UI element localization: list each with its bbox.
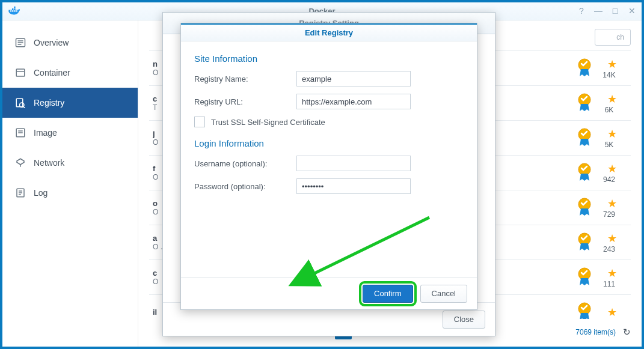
star-icon: ★6K xyxy=(597,93,627,114)
items-count: 7069 item(s) xyxy=(575,328,616,336)
refresh-icon[interactable]: ↻ xyxy=(623,327,631,338)
sidebar-item-image[interactable]: Image xyxy=(2,118,138,148)
verified-badge-icon xyxy=(577,232,592,253)
edit-registry-dialog: Edit Registry Site Information Registry … xyxy=(180,23,477,310)
sidebar-item-label: Overview xyxy=(34,38,69,47)
sidebar-item-label: Log xyxy=(34,188,48,198)
overview-icon xyxy=(14,37,26,49)
star-count: 5K xyxy=(597,141,621,149)
star-icon: ★5K xyxy=(597,127,627,149)
field-label: Password (optional): xyxy=(194,182,296,191)
network-icon xyxy=(14,157,26,169)
verified-badge-icon xyxy=(577,58,592,79)
sidebar-item-label: Registry xyxy=(34,98,64,108)
star-icon: ★942 xyxy=(597,162,627,184)
trust-ssl-checkbox[interactable] xyxy=(194,117,205,127)
sidebar-item-label: Container xyxy=(34,68,70,77)
sidebar-item-log[interactable]: Log xyxy=(2,178,138,208)
sidebar-item-overview[interactable]: Overview xyxy=(2,28,138,58)
confirm-button[interactable]: Confirm xyxy=(363,285,413,303)
star-count: 942 xyxy=(597,175,621,184)
registry-url-input[interactable] xyxy=(296,94,411,109)
verified-badge-icon xyxy=(577,93,592,114)
password-input[interactable] xyxy=(296,178,411,194)
close-window-icon[interactable]: ✕ xyxy=(626,5,638,17)
container-icon xyxy=(14,67,26,79)
verified-badge-icon xyxy=(577,128,592,148)
section-heading: Site Information xyxy=(194,53,464,64)
verified-badge-icon xyxy=(577,302,592,320)
sidebar-item-container[interactable]: Container xyxy=(2,58,138,88)
sidebar: Overview Container Registry Image Networ… xyxy=(2,20,138,347)
help-icon[interactable]: ? xyxy=(575,5,587,17)
sidebar-item-network[interactable]: Network xyxy=(2,148,138,178)
verified-badge-icon xyxy=(577,267,592,288)
star-icon: ★ xyxy=(597,306,627,319)
cancel-button[interactable]: Cancel xyxy=(420,285,467,303)
registry-icon xyxy=(14,97,26,109)
star-icon: ★729 xyxy=(597,197,627,219)
checkbox-label: Trust SSL Self-Signed Certificate xyxy=(211,118,325,127)
sidebar-item-registry[interactable]: Registry xyxy=(2,88,138,118)
star-icon: ★111 xyxy=(597,267,627,288)
section-heading: Login Information xyxy=(194,138,464,148)
star-count: 111 xyxy=(597,280,621,288)
maximize-icon[interactable]: □ xyxy=(609,5,621,17)
star-icon: ★243 xyxy=(597,232,627,253)
search-input[interactable]: ch xyxy=(595,29,631,46)
registry-name-input[interactable] xyxy=(296,71,411,86)
star-count: 729 xyxy=(597,210,621,219)
log-icon xyxy=(14,187,26,199)
sidebar-item-label: Image xyxy=(34,128,57,138)
star-count: 243 xyxy=(597,245,621,253)
minimize-icon[interactable]: — xyxy=(592,5,604,17)
star-icon: ★14K xyxy=(597,58,627,79)
field-label: Registry URL: xyxy=(194,97,296,106)
field-label: Registry Name: xyxy=(194,74,296,83)
image-icon xyxy=(14,127,26,139)
sidebar-item-label: Network xyxy=(34,158,64,168)
star-count: 14K xyxy=(597,71,621,79)
star-count: 6K xyxy=(597,106,621,114)
close-button[interactable]: Close xyxy=(443,311,485,329)
username-input[interactable] xyxy=(296,156,411,171)
svg-line-8 xyxy=(23,106,25,108)
verified-badge-icon xyxy=(577,163,592,183)
dialog-title: Edit Registry xyxy=(181,23,477,41)
docker-whale-icon xyxy=(8,6,20,19)
field-label: Username (optional): xyxy=(194,159,296,168)
svg-rect-4 xyxy=(16,69,25,76)
verified-badge-icon xyxy=(577,198,592,218)
